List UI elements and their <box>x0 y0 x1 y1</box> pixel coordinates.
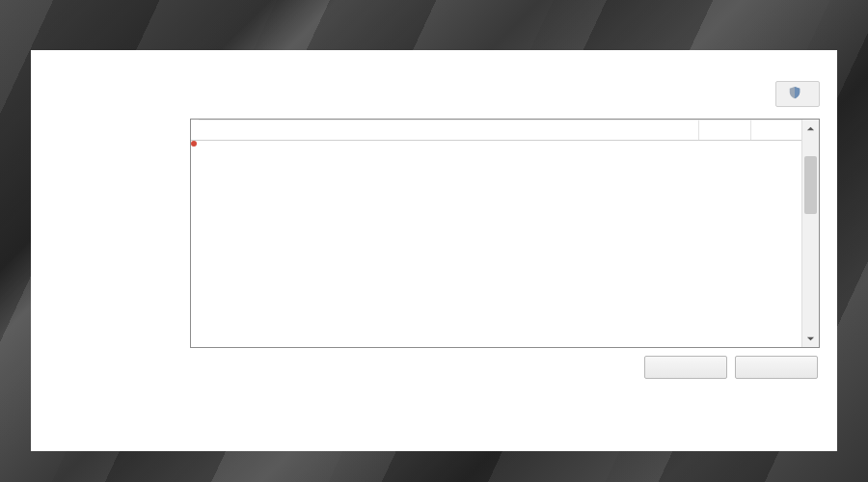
change-settings-button[interactable] <box>775 81 820 107</box>
allowed-apps-pane <box>190 73 820 451</box>
column-private[interactable] <box>699 120 751 140</box>
allowed-apps-list <box>190 119 820 348</box>
scroll-down-button[interactable] <box>802 330 819 347</box>
column-public[interactable] <box>751 120 803 140</box>
link-row <box>190 81 820 107</box>
list-header <box>191 120 819 141</box>
column-name[interactable] <box>199 120 699 140</box>
scrollbar[interactable] <box>801 120 819 347</box>
remove-button[interactable] <box>735 356 818 379</box>
scroll-track[interactable] <box>802 137 819 330</box>
details-button[interactable] <box>644 356 727 379</box>
scroll-up-button[interactable] <box>802 120 819 137</box>
scroll-thumb[interactable] <box>804 156 817 214</box>
shield-icon <box>788 86 801 102</box>
rows-viewport <box>191 141 801 347</box>
settings-panel <box>31 50 837 451</box>
bottom-buttons <box>190 356 820 379</box>
